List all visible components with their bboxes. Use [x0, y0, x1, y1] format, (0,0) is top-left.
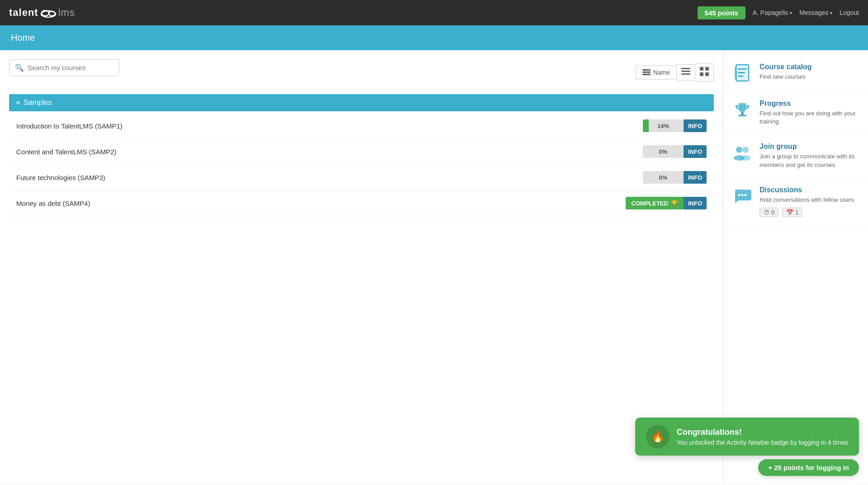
layers-icon [642, 69, 651, 75]
svg-point-22 [740, 155, 751, 161]
svg-point-25 [745, 194, 747, 196]
view-grid-button[interactable] [695, 63, 714, 81]
notification-wrap: 🔥 Congratulations! You unlocked the Acti… [635, 418, 859, 476]
progress-text: 0% [659, 174, 668, 181]
sidebar-item-progress[interactable]: Progress Find out how you are doing with… [723, 91, 868, 134]
logo-talent: talent [9, 7, 38, 19]
trophy-small-icon: 🏆 [671, 200, 678, 207]
table-row[interactable]: Money as debt (SAMP4) COMPLETED 🏆 INFO [9, 190, 714, 216]
info-button[interactable]: INFO [684, 197, 707, 209]
discussion-badges: ⏱ 0 📅 1 [760, 208, 854, 217]
group-text: Join group Join a group to communicate w… [760, 143, 859, 169]
svg-rect-3 [681, 68, 690, 69]
content-area: 🔍 Name [0, 50, 723, 485]
logout-link[interactable]: Logout [840, 9, 859, 16]
calendar-count: 1 [795, 209, 798, 216]
catalog-desc: Find new courses [760, 73, 812, 81]
app-logo: talent lms [9, 7, 75, 19]
clock-badge: ⏱ 0 [760, 208, 778, 217]
congrats-popup: 🔥 Congratulations! You unlocked the Acti… [635, 418, 859, 456]
points-popup: + 25 points for logging in [758, 459, 859, 476]
congrats-body: You unlocked the Activity Newbie badge b… [677, 439, 848, 446]
info-button[interactable]: INFO [684, 171, 707, 184]
svg-rect-16 [734, 67, 736, 79]
progress-fill [643, 119, 649, 132]
svg-rect-18 [738, 115, 746, 116]
catalog-text: Course catalog Find new courses [760, 63, 812, 81]
svg-rect-8 [700, 72, 703, 76]
course-actions: COMPLETED 🏆 INFO [626, 197, 707, 209]
svg-point-20 [742, 147, 749, 153]
svg-rect-5 [681, 73, 690, 75]
view-list-button[interactable] [677, 64, 695, 81]
discussions-title: Discussions [760, 186, 854, 194]
progress-bar: 14% [643, 119, 684, 132]
points-button[interactable]: 545 points [698, 6, 745, 19]
progress-text: Progress Find out how you are doing with… [760, 100, 859, 126]
course-actions: 0% INFO [643, 145, 707, 158]
user-menu[interactable]: A. Papagelis ▾ [753, 9, 793, 16]
fire-icon: 🔥 [646, 425, 670, 448]
group-icon [732, 143, 752, 162]
table-row[interactable]: Introduction to TalentLMS (SAMP1) 14% IN… [9, 113, 714, 139]
sidebar-item-group[interactable]: Join group Join a group to communicate w… [723, 134, 868, 177]
messages-caret-icon: ▾ [830, 10, 832, 15]
list-view-icon [681, 68, 690, 75]
messages-link[interactable]: Messages ▾ [799, 9, 832, 16]
progress-text: 0% [659, 148, 668, 155]
svg-rect-12 [738, 68, 747, 70]
page-header: Home [0, 25, 868, 50]
search-input[interactable] [28, 64, 113, 71]
svg-rect-4 [681, 71, 690, 72]
clock-icon: ⏱ [764, 209, 769, 216]
view-controls: Name [636, 63, 714, 81]
category-dot-icon [16, 101, 20, 105]
progress-bar: 0% [643, 171, 684, 184]
messages-label: Messages [799, 9, 828, 16]
page-title: Home [11, 33, 35, 43]
book-icon [732, 63, 752, 83]
search-bar[interactable]: 🔍 [9, 59, 119, 76]
info-button[interactable]: INFO [684, 119, 707, 132]
course-actions: 14% INFO [643, 119, 707, 132]
top-navigation: talent lms 545 points A. Papagelis ▾ Mes… [0, 0, 868, 25]
course-name: Future technologies (SAMP3) [16, 174, 105, 181]
congrats-text: Congratulations! You unlocked the Activi… [677, 428, 848, 446]
view-name-button[interactable]: Name [636, 65, 677, 80]
svg-rect-17 [741, 112, 744, 115]
calendar-icon: 📅 [786, 209, 793, 216]
course-list: Introduction to TalentLMS (SAMP1) 14% IN… [9, 113, 714, 216]
chat-icon [732, 186, 752, 206]
group-desc: Join a group to communicate with its mem… [760, 152, 859, 169]
svg-rect-9 [705, 72, 709, 76]
discussions-desc: Hold conversations with fellow users [760, 196, 854, 204]
completed-button[interactable]: COMPLETED 🏆 [626, 197, 684, 209]
progress-title: Progress [760, 100, 859, 108]
course-actions: 0% INFO [643, 171, 707, 184]
svg-point-24 [741, 194, 744, 196]
search-icon: 🔍 [15, 63, 24, 72]
category-name: Samples [24, 99, 52, 107]
sidebar-item-discussions[interactable]: Discussions Hold conversations with fell… [723, 178, 868, 226]
course-name: Money as debt (SAMP4) [16, 200, 90, 207]
table-row[interactable]: Content and TalentLMS (SAMP2) 0% INFO [9, 139, 714, 165]
clock-count: 0 [771, 209, 774, 216]
svg-rect-13 [738, 72, 745, 73]
user-caret-icon: ▾ [790, 10, 792, 15]
discussions-text: Discussions Hold conversations with fell… [760, 186, 854, 217]
sidebar-item-catalog[interactable]: Course catalog Find new courses [723, 55, 868, 91]
nav-right: 545 points A. Papagelis ▾ Messages ▾ Log… [698, 6, 859, 19]
logo-lms: lms [58, 7, 75, 19]
svg-rect-7 [705, 67, 709, 71]
table-row[interactable]: Future technologies (SAMP3) 0% INFO [9, 165, 714, 190]
grid-view-icon [700, 67, 709, 76]
congrats-title: Congratulations! [677, 428, 848, 437]
view-name-label: Name [653, 69, 670, 76]
svg-rect-6 [700, 67, 703, 71]
category-header[interactable]: Samples [9, 94, 714, 111]
svg-point-23 [738, 194, 741, 196]
info-button[interactable]: INFO [684, 145, 707, 158]
calendar-badge: 📅 1 [782, 208, 802, 217]
progress-desc: Find out how you are doing with your tra… [760, 109, 859, 126]
course-name: Introduction to TalentLMS (SAMP1) [16, 122, 123, 130]
